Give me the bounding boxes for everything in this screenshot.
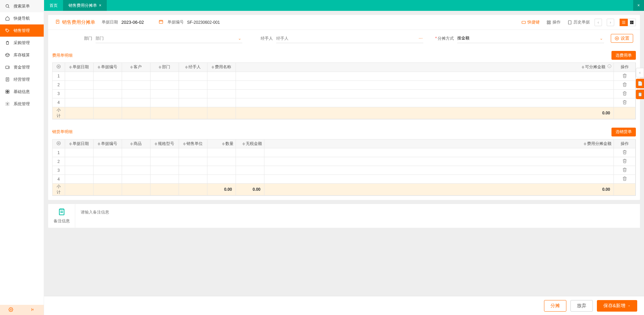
sidenav-footer [0,305,44,315]
tab-home[interactable]: 首页 [44,0,63,11]
col-header[interactable]: 费用分摊金额 [264,140,614,148]
sidenav-item-label: 快捷导航 [14,16,30,21]
prev-doc-icon[interactable]: ‹ [595,19,602,26]
notes-icon [58,208,66,217]
history-link[interactable]: 历史单据 [567,19,590,25]
settings-button[interactable]: 设置 [611,34,633,43]
sidenav-item-0[interactable]: 搜索菜单 [0,0,44,12]
sidenav-item-1[interactable]: 快捷导航 [0,12,44,24]
table-row[interactable]: 1 [53,72,636,80]
col-header[interactable]: 规格型号 [150,140,179,148]
info-icon [607,64,611,69]
allocate-button[interactable]: 分摊 [544,300,566,312]
close-icon[interactable]: × [99,3,101,8]
col-header[interactable]: 客户 [122,63,150,72]
chevron-down-icon[interactable]: ⌄ [599,36,604,41]
col-header[interactable]: 商品 [122,140,150,148]
svg-rect-25 [549,21,550,22]
svg-point-14 [11,309,12,310]
table-row[interactable]: 2 [53,80,636,89]
row-delete[interactable] [614,175,636,184]
svg-point-39 [57,65,61,69]
settings-icon[interactable] [8,307,13,313]
svg-rect-10 [8,90,9,91]
notes-panel: 备注信息 [48,204,640,228]
select-expense-button[interactable]: 选费用单 [611,51,636,60]
sidenav-item-label: 采购管理 [14,40,30,46]
svg-rect-27 [549,23,550,24]
tab-label: 销售费用分摊单 [68,3,97,8]
col-gear[interactable] [53,63,65,72]
view-list-icon[interactable] [620,19,628,26]
dept-input[interactable] [96,36,237,41]
col-header[interactable]: 单据日期 [65,140,93,148]
sales-section: 销货单明细 选销货单 单据日期单据编号商品规格型号销售单位数量无税金额费用分摊金… [48,124,640,200]
collapse-icon[interactable] [31,307,35,313]
col-header[interactable]: 单据日期 [65,63,93,72]
rail-expand-icon[interactable]: ‹ [636,68,644,77]
sales-grid: 单据日期单据编号商品规格型号销售单位数量无税金额费用分摊金额操作 1234小计0… [52,139,636,196]
col-header[interactable]: 单据编号 [93,63,122,72]
table-row[interactable]: 3 [53,89,636,98]
search-icon [5,3,10,9]
svg-point-4 [8,67,8,67]
notes-input[interactable] [75,204,640,228]
sidenav-item-label: 搜索菜单 [14,3,30,9]
expense-grid: 单据日期单据编号客户部门经手人费用名称可分摊金额 操作 1234小计0.00 [52,62,636,119]
col-header[interactable]: 部门 [150,63,179,72]
tab-current[interactable]: 销售费用分摊单 × [63,0,107,11]
doc-date-input[interactable] [121,19,155,26]
shortcut-link[interactable]: 快捷键 [521,19,540,25]
sidenav-item-5[interactable]: 资金管理 [0,61,44,73]
view-card-icon[interactable] [628,19,636,26]
col-header[interactable]: 数量 [207,140,236,148]
save-button[interactable]: 保存&新增 [597,300,637,312]
svg-rect-9 [6,90,7,91]
sidenav-item-label: 库存核算 [14,52,30,58]
svg-rect-33 [632,21,633,22]
doc-icon [5,77,10,82]
col-header[interactable]: 单据编号 [93,140,122,148]
sidenav-item-6[interactable]: 经营管理 [0,73,44,86]
sidenav-item-label: 经营管理 [14,77,30,82]
select-sales-button[interactable]: 选销货单 [611,128,636,136]
col-header[interactable]: 销售单位 [179,140,207,148]
rail-btn-2[interactable]: 📋 [636,90,644,99]
sidenav-item-3[interactable]: 采购管理 [0,37,44,49]
handler-input[interactable] [276,36,418,41]
ellipsis-icon[interactable]: ⋯ [418,36,423,41]
sidenav-item-4[interactable]: 库存核算 [0,49,44,61]
row-delete[interactable] [614,157,636,166]
calendar-icon[interactable] [159,19,164,25]
table-row[interactable]: 3 [53,166,636,175]
svg-point-13 [7,103,8,105]
col-header[interactable]: 费用名称 [207,63,236,72]
row-delete[interactable] [614,98,636,107]
row-delete[interactable] [614,80,636,89]
col-header[interactable]: 经手人 [179,63,207,72]
gear-icon [5,101,10,107]
table-row[interactable]: 4 [53,98,636,107]
next-doc-icon[interactable]: › [607,19,614,26]
tab-close-all[interactable]: × [633,0,644,11]
sidenav-item-2[interactable]: 销售管理 [0,24,44,37]
row-delete[interactable] [614,148,636,157]
col-gear[interactable] [53,140,65,148]
table-row[interactable]: 2 [53,157,636,166]
col-header[interactable]: 可分摊金额 [236,63,614,72]
discard-button[interactable]: 放弃 [570,300,593,312]
col-header[interactable]: 无税金额 [236,140,264,148]
row-delete[interactable] [614,72,636,80]
sidenav-item-7[interactable]: 基础信息 [0,86,44,98]
chevron-down-icon[interactable]: ⌄ [237,36,242,41]
rail-btn-1[interactable]: 📄 [636,79,644,88]
method-input[interactable] [457,36,599,41]
table-row[interactable]: 4 [53,175,636,184]
sidenav-item-8[interactable]: 系统管理 [0,98,44,110]
table-row[interactable]: 1 [53,148,636,157]
svg-point-37 [615,37,619,40]
row-delete[interactable] [614,166,636,175]
row-delete[interactable] [614,89,636,98]
operate-link[interactable]: 操作 [546,19,561,25]
svg-point-36 [616,38,618,39]
